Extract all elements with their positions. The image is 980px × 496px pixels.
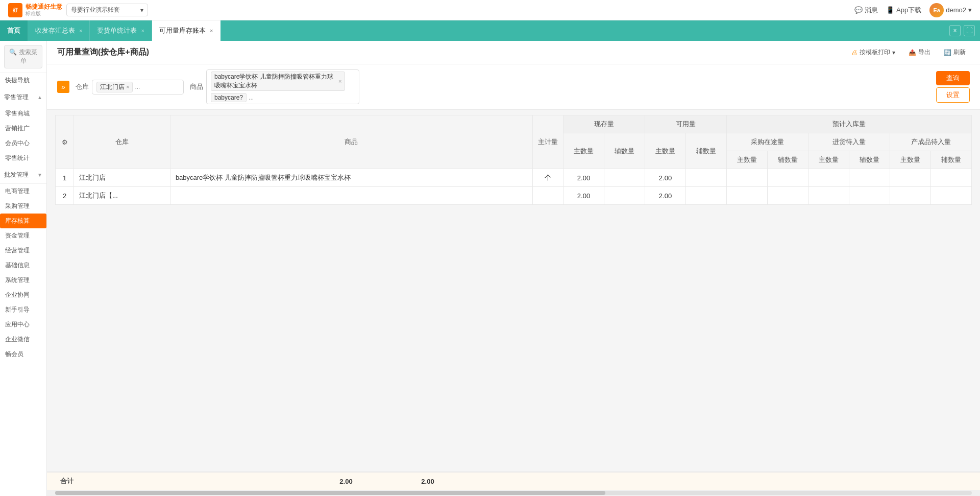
scroll-bar-track[interactable] bbox=[55, 491, 972, 495]
sidebar-item-retail-stats[interactable]: 零售统计 bbox=[0, 151, 46, 166]
app-label: App下载 bbox=[896, 6, 921, 15]
cell-stock-aux bbox=[604, 169, 645, 187]
cell-arr-aux bbox=[849, 169, 890, 187]
scroll-bar-thumb[interactable] bbox=[55, 491, 605, 495]
sidebar-item-system[interactable]: 系统管理 bbox=[0, 273, 46, 288]
tab-expand-btn[interactable]: ⛶ bbox=[964, 25, 975, 36]
product-more[interactable]: ... bbox=[249, 94, 254, 101]
cell-unit bbox=[533, 187, 564, 205]
industry-selector[interactable]: 母婴行业演示账套 ▾ bbox=[66, 4, 148, 16]
logo-main: 畅捷通好生意 bbox=[26, 3, 62, 10]
warehouse-filter: 仓库 江北门店 × ... bbox=[76, 80, 184, 95]
settings-btn[interactable]: 设置 bbox=[936, 87, 970, 103]
warehouse-tag-1: 江北门店 × bbox=[96, 82, 133, 92]
user-menu[interactable]: Ea demo2 ▾ bbox=[929, 3, 972, 17]
sidebar-item-corp-wechat[interactable]: 企业微信 bbox=[0, 332, 46, 347]
app-icon: 📱 bbox=[886, 6, 894, 14]
warehouse-tags[interactable]: 江北门店 × ... bbox=[92, 80, 184, 95]
footer-nums: 2.00 2.00 bbox=[142, 478, 972, 485]
sidebar: 🔍 搜索菜单 快捷导航 零售管理 ▲ 零售商城 营销推广 会员中心 bbox=[0, 41, 47, 496]
col-stock-main: 主数量 bbox=[564, 133, 604, 169]
chevron-down-icon: ▾ bbox=[140, 7, 143, 14]
warehouse-tag-remove[interactable]: × bbox=[126, 84, 129, 90]
col-forecast-group: 预计入库量 bbox=[727, 115, 972, 133]
sidebar-item-inventory[interactable]: 库存核算 bbox=[0, 214, 46, 228]
sidebar-item-operations[interactable]: 经营管理 bbox=[0, 243, 46, 258]
col-product: 商品 bbox=[170, 115, 532, 169]
cell-pur-main bbox=[727, 187, 768, 205]
cell-warehouse: 江北门店 bbox=[74, 169, 170, 187]
sidebar-content: 快捷导航 零售管理 ▲ 零售商城 营销推广 会员中心 零售统计 bbox=[0, 73, 46, 496]
sidebar-item-apps[interactable]: 应用中心 bbox=[0, 317, 46, 332]
cell-stock-aux bbox=[604, 187, 645, 205]
product-tag-remove[interactable]: × bbox=[338, 78, 341, 84]
app-download-btn[interactable]: 📱 App下载 bbox=[886, 6, 921, 15]
export-icon: 📤 bbox=[909, 49, 916, 56]
refresh-icon: 🔄 bbox=[944, 49, 951, 56]
cell-unit: 个 bbox=[533, 169, 564, 187]
top-bar: 好 畅捷通好生意 标准版 母婴行业演示账套 ▾ 💬 消息 📱 App下载 Ea … bbox=[0, 0, 980, 20]
product-tag-2: babycare? bbox=[211, 93, 247, 102]
avatar: Ea bbox=[929, 3, 944, 17]
export-btn[interactable]: 📤 导出 bbox=[904, 46, 935, 59]
col-arr-aux: 辅数量 bbox=[849, 151, 890, 169]
product-tags[interactable]: babycare学饮杯 儿童防摔防撞吸管杯重力球吸嘴杯宝宝水杯 × babyca… bbox=[206, 69, 359, 104]
col-unit: 主计量 bbox=[533, 115, 564, 169]
tab-receive-summary[interactable]: 收发存汇总表 × bbox=[28, 20, 90, 41]
footer-avail-main: 2.00 bbox=[407, 478, 448, 485]
sidebar-item-ecommerce[interactable]: 电商管理 bbox=[0, 184, 46, 199]
cell-avail-aux bbox=[686, 187, 727, 205]
sidebar-item-enterprise[interactable]: 企业协同 bbox=[0, 288, 46, 302]
query-btn[interactable]: 查询 bbox=[936, 71, 970, 85]
tab-close-receive[interactable]: × bbox=[79, 28, 82, 34]
sidebar-item-basic[interactable]: 基础信息 bbox=[0, 258, 46, 273]
print-btn[interactable]: 🖨 按模板打印 ▾ bbox=[847, 46, 899, 59]
sidebar-item-vip[interactable]: 畅会员 bbox=[0, 347, 46, 362]
message-btn[interactable]: 💬 消息 bbox=[854, 6, 878, 15]
sidebar-section-title-wholesale[interactable]: 批发管理 ▼ bbox=[4, 169, 42, 181]
sidebar-search-area: 🔍 搜索菜单 bbox=[0, 41, 46, 73]
content-area: 可用量查询(按仓库+商品) 🖨 按模板打印 ▾ 📤 导出 🔄 刷新 » bbox=[47, 41, 980, 496]
tab-home[interactable]: 首页 bbox=[0, 20, 28, 41]
tab-close-all-btn[interactable]: × bbox=[949, 25, 961, 36]
col-pur-aux: 辅数量 bbox=[768, 151, 808, 169]
sidebar-item-finance[interactable]: 资金管理 bbox=[0, 228, 46, 243]
sidebar-item-retail-store[interactable]: 零售商城 bbox=[0, 106, 46, 121]
page-actions: 🖨 按模板打印 ▾ 📤 导出 🔄 刷新 bbox=[847, 46, 970, 59]
industry-label: 母婴行业演示账套 bbox=[71, 6, 120, 14]
tab-order-stats[interactable]: 要货单统计表 × bbox=[90, 20, 152, 41]
filter-btn-group: 查询 设置 bbox=[936, 71, 970, 103]
col-arr-main: 主数量 bbox=[808, 151, 849, 169]
settings-icon: ⚙ bbox=[62, 138, 68, 146]
col-prod-aux: 辅数量 bbox=[931, 151, 972, 169]
refresh-btn[interactable]: 🔄 刷新 bbox=[940, 46, 970, 59]
product-tag-2-text: babycare? bbox=[214, 94, 243, 101]
sidebar-item-marketing[interactable]: 营销推广 bbox=[0, 121, 46, 136]
sidebar-item-quick-nav[interactable]: 快捷导航 bbox=[0, 73, 46, 88]
search-menu-btn[interactable]: 🔍 搜索菜单 bbox=[4, 45, 42, 68]
cell-warehouse: 江北门店【... bbox=[74, 187, 170, 205]
sidebar-item-purchase[interactable]: 采购管理 bbox=[0, 199, 46, 214]
col-prod-main: 主数量 bbox=[890, 151, 931, 169]
filter-toggle-btn[interactable]: » bbox=[57, 81, 69, 93]
warehouse-more[interactable]: ... bbox=[135, 83, 140, 90]
tab-receive-summary-label: 收发存汇总表 bbox=[35, 26, 75, 35]
sidebar-item-newbie[interactable]: 新手引导 bbox=[0, 302, 46, 317]
cell-pur-aux bbox=[768, 169, 808, 187]
arrow-icon: ▲ bbox=[37, 95, 42, 100]
table-wrapper: ⚙ 仓库 商品 主计量 现存量 可用量 预计入库量 主数量 辅数量 主数量 辅数… bbox=[47, 110, 980, 471]
col-settings[interactable]: ⚙ bbox=[56, 115, 74, 169]
tab-close-order[interactable]: × bbox=[141, 28, 144, 34]
cell-prod-main bbox=[890, 187, 931, 205]
cell-prod-aux bbox=[931, 169, 972, 187]
cell-prod-aux bbox=[931, 187, 972, 205]
tab-available-stock[interactable]: 可用量库存账本 × bbox=[152, 20, 220, 41]
col-arrival-group: 进货待入量 bbox=[808, 133, 890, 151]
sidebar-section-title-retail[interactable]: 零售管理 ▲ bbox=[4, 91, 42, 104]
col-warehouse: 仓库 bbox=[74, 115, 170, 169]
tab-close-available[interactable]: × bbox=[210, 28, 213, 34]
chevron-down-icon-user: ▾ bbox=[968, 6, 972, 14]
print-icon: 🖨 bbox=[851, 49, 857, 56]
sidebar-item-member[interactable]: 会员中心 bbox=[0, 136, 46, 151]
table-footer: 合计 2.00 2.00 bbox=[47, 471, 980, 490]
